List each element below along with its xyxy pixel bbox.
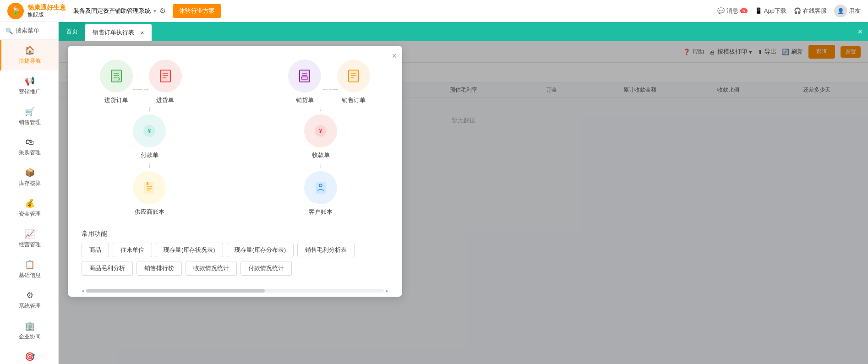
scrollbar-thumb[interactable] xyxy=(86,289,265,293)
flow-node-customer-ledger[interactable]: 客户账本 xyxy=(304,171,337,216)
sidebar-item-finance[interactable]: 💰 资金管理 xyxy=(0,193,58,223)
common-func-btn-8[interactable]: 付款情况统计 xyxy=(240,261,292,276)
payment-label: 付款单 xyxy=(141,151,158,159)
receipt-icon: ¥ xyxy=(304,114,337,147)
purchase-receipt-icon xyxy=(149,60,182,92)
flow-node-payment[interactable]: ¥ 付款单 xyxy=(133,114,166,159)
customer-ledger-icon xyxy=(304,171,337,204)
megaphone-icon: 📢 xyxy=(25,76,35,86)
gear-icon: ⚙ xyxy=(26,290,33,300)
scroll-left-icon[interactable]: ◂ xyxy=(82,288,84,294)
sidebar-item-quick-nav[interactable]: 🏠 快捷导航 xyxy=(0,40,58,71)
top-right-area: 💬 消息 5 📱 App下载 🎧 在线客服 👤 用友 xyxy=(717,5,861,17)
sidebar-item-operations[interactable]: 📈 经营管理 xyxy=(0,223,58,254)
purchase-receipt-label: 进货单 xyxy=(156,96,174,104)
common-functions-section: 常用功能 商品往来单位现存量(库存状况表)现存量(库存分布表)销售毛利分析表商品… xyxy=(68,225,402,285)
flow-node-sales-receipt[interactable]: 销货单 xyxy=(288,60,321,104)
down-arrow-receipt: ↓ xyxy=(319,161,322,169)
common-func-btn-7[interactable]: 收款情况统计 xyxy=(186,261,237,276)
sidebar-item-base-info[interactable]: 📋 基础信息 xyxy=(0,254,58,285)
flow-node-purchase-receipt[interactable]: 进货单 xyxy=(149,60,182,104)
tab-home[interactable]: 首页 xyxy=(59,22,85,41)
sales-receipt-icon xyxy=(288,60,321,92)
system-title: 装备及固定资产辅助管理系统 xyxy=(73,7,151,15)
common-func-btn-2[interactable]: 现存量(库存状况表) xyxy=(156,243,223,257)
scroll-right-icon[interactable]: ▸ xyxy=(386,288,388,294)
sidebar-item-sales[interactable]: 🛒 销售管理 xyxy=(0,101,58,132)
headset-icon: 🎧 xyxy=(794,7,801,14)
popup-panel: × 进 xyxy=(68,46,402,297)
popup-close-button[interactable]: × xyxy=(392,51,397,61)
message-label: 消息 xyxy=(726,7,738,15)
flow-node-receipt[interactable]: ¥ 收款单 xyxy=(304,114,337,159)
sidebar-item-purchase[interactable]: 🛍 采购管理 xyxy=(0,132,58,162)
flow-node-purchase-order[interactable]: 进货订单 xyxy=(100,60,133,104)
logo-text: 畅康通好生意 旗舰版 xyxy=(27,3,66,19)
sales-order-icon xyxy=(337,60,370,92)
svg-text:¥: ¥ xyxy=(319,127,322,135)
system-name-area: 装备及固定资产辅助管理系统 ▾ xyxy=(73,7,156,15)
common-func-btn-5[interactable]: 商品毛利分析 xyxy=(82,261,133,276)
chart-icon: 📈 xyxy=(25,229,35,239)
sidebar-item-marketing[interactable]: 📢 营销推广 xyxy=(0,71,58,101)
sidebar-item-inventory[interactable]: 📦 库存核算 xyxy=(0,162,58,193)
supplier-ledger-icon xyxy=(133,171,166,204)
common-func-btn-4[interactable]: 销售毛利分析表 xyxy=(297,243,355,257)
arrow-so-to-sr: ← - - - - xyxy=(321,85,337,94)
sidebar-label-operations: 经营管理 xyxy=(19,241,41,249)
common-func-btn-6[interactable]: 销售排行榜 xyxy=(136,261,182,276)
flow-node-sales-order[interactable]: 销售订单 xyxy=(337,60,370,104)
search-icon: 🔍 xyxy=(5,27,13,34)
sidebar-label-purchase: 采购管理 xyxy=(19,149,41,157)
flow-diagram: 进货订单 - - - - → xyxy=(68,46,402,225)
sidebar-item-system[interactable]: ⚙ 系统管理 xyxy=(0,285,58,315)
purchase-order-label: 进货订单 xyxy=(104,96,128,104)
app-download-label: App下载 xyxy=(764,7,786,15)
common-func-btn-3[interactable]: 现存量(库存分布表) xyxy=(227,243,294,257)
sidebar-label-inventory: 库存核算 xyxy=(19,179,41,187)
app-download-button[interactable]: 📱 App下载 xyxy=(755,7,786,15)
main-content: ❓ 帮助 🖨 按模板打印 ▾ ⬆ 导出 🔄 刷新 xyxy=(59,41,868,364)
common-func-btn-0[interactable]: 商品 xyxy=(82,243,109,257)
mobile-icon: 📱 xyxy=(755,7,762,14)
building-icon: 🏢 xyxy=(25,321,35,331)
common-buttons-row: 商品往来单位现存量(库存状况表)现存量(库存分布表)销售毛利分析表商品毛利分析销… xyxy=(82,243,388,276)
close-panel-button[interactable]: × xyxy=(852,27,868,37)
user-name: 用友 xyxy=(849,7,861,15)
sidebar-item-guide[interactable]: 🎯 新手引导 xyxy=(0,346,58,364)
experience-button[interactable]: 体验行业方案 xyxy=(173,4,221,18)
common-func-btn-1[interactable]: 往来单位 xyxy=(113,243,152,257)
tab-sales-order[interactable]: 销售订单执行表 × xyxy=(85,24,152,41)
svg-text:¥: ¥ xyxy=(147,127,151,135)
sidebar-label-system: 系统管理 xyxy=(19,302,41,310)
sidebar-label-marketing: 营销推广 xyxy=(19,88,41,96)
bag-icon: 🛍 xyxy=(26,137,34,147)
user-area[interactable]: 👤 用友 xyxy=(834,5,861,17)
flow-node-supplier-ledger[interactable]: 供应商账本 xyxy=(133,171,166,216)
purchase-order-icon xyxy=(100,60,133,92)
online-service-button[interactable]: 🎧 在线客服 xyxy=(794,7,827,15)
settings-button[interactable]: ⚙ xyxy=(156,5,169,17)
down-arrow-payment: ↓ xyxy=(147,161,151,169)
sidebar-label-quick-nav: 快捷导航 xyxy=(19,57,41,65)
scrollbar-track[interactable] xyxy=(86,289,384,293)
sales-receipt-label: 销货单 xyxy=(296,96,314,104)
payment-icon: ¥ xyxy=(133,114,166,147)
message-button[interactable]: 💬 消息 5 xyxy=(717,7,748,15)
tab-close-button[interactable]: × xyxy=(141,29,144,36)
popup-overlay[interactable]: × 进 xyxy=(59,41,868,364)
search-menu-button[interactable]: 🔍 搜索菜单 xyxy=(0,22,58,40)
svg-rect-0 xyxy=(111,70,121,82)
logo-sub-title: 旗舰版 xyxy=(27,11,66,19)
cart-icon: 🛒 xyxy=(25,107,35,117)
message-badge: 5 xyxy=(740,8,748,13)
sidebar-label-finance: 资金管理 xyxy=(19,210,41,218)
svg-rect-22 xyxy=(145,182,154,193)
app-container: 🍃 畅康通好生意 旗舰版 装备及固定资产辅助管理系统 ▾ ⚙ 体验行业方案 💬 … xyxy=(0,0,868,364)
popup-scrollbar[interactable]: ◂ ▸ xyxy=(68,285,402,297)
common-functions-title: 常用功能 xyxy=(82,230,388,238)
down-arrow-sr: ↓ xyxy=(319,104,322,113)
svg-rect-10 xyxy=(300,70,310,82)
sidebar-item-enterprise[interactable]: 🏢 企业协同 xyxy=(0,315,58,346)
money-icon: 💰 xyxy=(25,198,35,208)
